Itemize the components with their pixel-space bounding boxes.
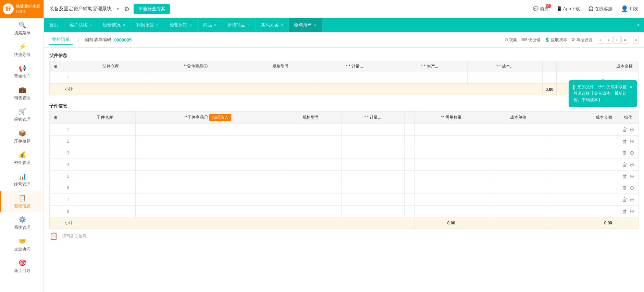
- delete-row-icon[interactable]: 🗑: [622, 173, 628, 179]
- child-row-warehouse[interactable]: [74, 147, 136, 159]
- delete-row-icon[interactable]: 🗑: [622, 138, 628, 144]
- sidebar-item-quick-nav[interactable]: ⚡ 快捷导航: [0, 39, 44, 61]
- tab-home[interactable]: 首页: [44, 18, 64, 32]
- child-row-spec[interactable]: [280, 171, 342, 182]
- first-page-btn[interactable]: «: [597, 36, 604, 44]
- copy-row-icon[interactable]: ⊕: [630, 185, 634, 191]
- child-row-unit[interactable]: [341, 206, 404, 217]
- child-row-unit[interactable]: [341, 136, 404, 147]
- copy-row-icon[interactable]: ⊕: [630, 161, 634, 168]
- child-row-quantity[interactable]: [415, 136, 488, 147]
- parent-row-spec[interactable]: [244, 72, 317, 84]
- child-row-quantity[interactable]: [415, 124, 488, 136]
- gear-icon[interactable]: ⚙: [124, 5, 129, 13]
- shortcut-btn[interactable]: ⌨ 快捷键: [521, 37, 541, 43]
- child-row-quantity[interactable]: [415, 194, 488, 206]
- app-download-btn[interactable]: 📱 App下载: [557, 6, 580, 12]
- close-customers-icon[interactable]: ×: [89, 23, 91, 27]
- close-history-icon[interactable]: ×: [189, 23, 191, 27]
- child-row-unit-cost[interactable]: [488, 171, 549, 182]
- sidebar-item-search[interactable]: 🔍 搜索菜单: [0, 18, 44, 39]
- child-row-warehouse[interactable]: [74, 124, 136, 136]
- child-row-product[interactable]: [135, 182, 280, 194]
- sidebar-item-guide[interactable]: 🎯 新手引导: [0, 256, 44, 277]
- tab-operations[interactable]: 经营情况 ×: [97, 18, 131, 32]
- child-row-quantity[interactable]: [415, 182, 488, 194]
- settings-btn[interactable]: ⚙ 单据设置: [571, 37, 593, 43]
- child-row-quantity[interactable]: [415, 206, 488, 217]
- close-products-icon[interactable]: ×: [214, 23, 216, 27]
- sub-tab-bom[interactable]: 物料清单: [49, 35, 73, 45]
- child-row-unit[interactable]: [341, 182, 404, 194]
- view-btn[interactable]: ⊙ 视频: [505, 37, 517, 43]
- prev-page-btn[interactable]: ‹: [605, 36, 612, 44]
- child-col-settings[interactable]: ⚙: [50, 112, 62, 124]
- child-row-unit-cost[interactable]: [488, 136, 549, 147]
- parent-row-warehouse[interactable]: [74, 72, 147, 84]
- child-row-warehouse[interactable]: [74, 159, 136, 171]
- child-row-warehouse[interactable]: [74, 182, 136, 194]
- child-row-quantity[interactable]: [415, 159, 488, 171]
- tab-barcode[interactable]: 条码方案 ×: [256, 18, 289, 32]
- copy-row-icon[interactable]: ⊕: [630, 138, 634, 144]
- child-row-unit[interactable]: [341, 171, 404, 182]
- copy-row-icon[interactable]: ⊕: [630, 126, 634, 133]
- child-row-quantity[interactable]: [415, 171, 488, 182]
- delete-row-icon[interactable]: 🗑: [622, 185, 628, 191]
- tab-products[interactable]: 商品 ×: [198, 18, 222, 32]
- child-row-spec[interactable]: [280, 147, 342, 159]
- sidebar-item-cooperation[interactable]: 🤝 企业协同: [0, 234, 44, 256]
- sidebar-item-operations[interactable]: 📊 经营管理: [0, 169, 44, 191]
- sidebar-item-inventory[interactable]: 📦 库存核算: [0, 126, 44, 148]
- parent-col-settings[interactable]: ⚙: [50, 61, 62, 72]
- child-row-spec[interactable]: [280, 182, 342, 194]
- note-icon[interactable]: 📋: [49, 232, 58, 240]
- copy-row-icon[interactable]: ⊕: [630, 150, 634, 156]
- tab-history[interactable]: 经营历程 ×: [164, 18, 197, 32]
- trial-btn[interactable]: 体验行业方案: [134, 4, 170, 14]
- sidebar-item-sales[interactable]: 💼 销售管理: [0, 83, 44, 104]
- close-all-tabs-btn[interactable]: ×: [633, 22, 644, 28]
- tooltip-close-btn[interactable]: ×: [630, 83, 632, 91]
- cost-btn[interactable]: 💲 提取成本: [545, 37, 567, 43]
- parent-row-cost[interactable]: [467, 72, 543, 84]
- close-bom-icon[interactable]: ×: [314, 23, 316, 27]
- delete-row-icon[interactable]: 🗑: [622, 162, 628, 168]
- copy-row-icon[interactable]: ⊕: [630, 208, 634, 214]
- online-service-btn[interactable]: 🎧 在线客服: [588, 6, 612, 12]
- parent-row-unit[interactable]: [317, 72, 392, 84]
- child-row-product[interactable]: [135, 124, 280, 136]
- child-row-product[interactable]: [135, 206, 280, 217]
- list-view-btn[interactable]: ≡: [633, 36, 639, 44]
- child-row-unit[interactable]: [341, 159, 404, 171]
- child-row-spec[interactable]: [280, 194, 342, 206]
- child-row-unit-cost[interactable]: [488, 194, 549, 206]
- child-row-spec[interactable]: [280, 206, 342, 217]
- sidebar-item-basic-info[interactable]: 📋 基础信息: [0, 191, 44, 212]
- child-row-product[interactable]: [135, 171, 280, 182]
- parent-row-product[interactable]: [147, 72, 244, 84]
- child-row-product[interactable]: [135, 159, 280, 171]
- child-row-warehouse[interactable]: [74, 171, 136, 182]
- close-barcode-icon[interactable]: ×: [281, 23, 283, 27]
- parent-row-production[interactable]: [392, 72, 468, 84]
- child-row-product[interactable]: [135, 136, 280, 147]
- scan-input-btn[interactable]: 扫码录入: [209, 114, 231, 121]
- sidebar-item-system[interactable]: ⚙️ 系统管理: [0, 212, 44, 234]
- delete-row-icon[interactable]: 🗑: [622, 150, 628, 156]
- child-row-unit[interactable]: [341, 194, 404, 206]
- copy-row-icon[interactable]: ⊕: [630, 173, 634, 179]
- child-row-unit-cost[interactable]: [488, 159, 549, 171]
- delete-row-icon[interactable]: 🗑: [622, 208, 628, 214]
- child-row-unit-cost[interactable]: [488, 182, 549, 194]
- sidebar-item-marketing[interactable]: 📢 营销推广: [0, 61, 44, 83]
- child-row-spec[interactable]: [280, 136, 342, 147]
- tab-profit[interactable]: 利润报告 ×: [131, 18, 164, 32]
- child-row-unit-cost[interactable]: [488, 206, 549, 217]
- child-row-unit-cost[interactable]: [488, 147, 549, 159]
- copy-row-icon[interactable]: ⊕: [630, 196, 634, 203]
- child-row-unit[interactable]: [341, 124, 404, 136]
- dropdown-arrow-icon[interactable]: ▼: [116, 7, 120, 11]
- sidebar-item-purchase[interactable]: 🛒 采购管理: [0, 104, 44, 126]
- close-operations-icon[interactable]: ×: [123, 23, 125, 27]
